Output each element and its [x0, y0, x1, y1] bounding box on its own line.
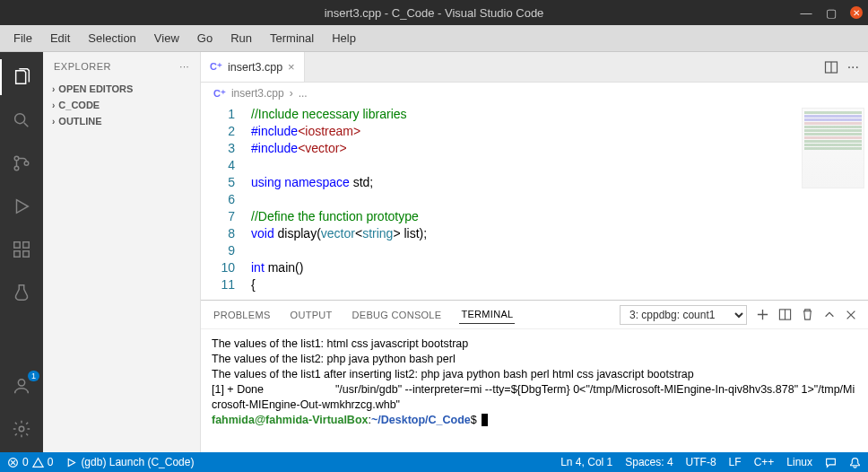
status-bell-icon[interactable] [849, 456, 861, 468]
chevron-right-icon: › [52, 117, 55, 127]
code-editor[interactable]: 1234567891011 //Include necessary librar… [201, 104, 868, 300]
tab-close-icon[interactable]: × [288, 60, 295, 74]
breadcrumb[interactable]: C⁺ insert3.cpp › ... [201, 83, 868, 104]
menu-file[interactable]: File [7, 29, 39, 48]
menu-run[interactable]: Run [224, 29, 258, 48]
source-control-icon[interactable] [0, 145, 43, 181]
sidebar-section-c_code[interactable]: › C_CODE [43, 97, 200, 113]
chevron-right-icon: › [52, 84, 55, 94]
kill-terminal-icon[interactable] [801, 308, 814, 321]
status-bar: 0 0 (gdb) Launch (C_Code) Ln 4, Col 1 Sp… [0, 452, 868, 472]
breadcrumb-tail: ... [299, 87, 308, 100]
line-gutter: 1234567891011 [201, 104, 246, 300]
minimize-icon[interactable]: — [800, 6, 812, 19]
panel-tabs: PROBLEMSOUTPUTDEBUG CONSOLETERMINAL 3: c… [201, 301, 868, 329]
panel-tab-problems[interactable]: PROBLEMS [212, 306, 273, 324]
tab-label: insert3.cpp [228, 61, 282, 74]
svg-point-9 [19, 426, 24, 432]
split-editor-icon[interactable] [824, 60, 838, 74]
breadcrumb-file: insert3.cpp [231, 87, 284, 100]
sidebar-title: EXPLORER [54, 61, 111, 72]
status-problems[interactable]: 0 0 [7, 456, 53, 468]
panel-tab-terminal[interactable]: TERMINAL [459, 305, 515, 324]
svg-rect-4 [14, 242, 20, 248]
svg-rect-6 [14, 251, 20, 257]
split-terminal-icon[interactable] [778, 308, 792, 321]
terminal-selector[interactable]: 3: cppdbg: count1 [620, 305, 747, 325]
window-controls: — ▢ ✕ [800, 6, 863, 19]
maximize-panel-icon[interactable] [823, 309, 836, 321]
extensions-icon[interactable] [0, 232, 43, 267]
menu-bar: FileEditSelectionViewGoRunTerminalHelp [0, 25, 868, 52]
new-terminal-icon[interactable] [756, 308, 769, 321]
main-area: 1 EXPLORER ··· › OPEN EDITORS› C_CODE› O… [0, 52, 868, 452]
panel-tab-debug-console[interactable]: DEBUG CONSOLE [351, 306, 444, 324]
accounts-icon[interactable]: 1 [0, 368, 43, 404]
status-lncol[interactable]: Ln 4, Col 1 [560, 456, 612, 468]
settings-gear-icon[interactable] [0, 411, 43, 447]
sidebar-more-icon[interactable]: ··· [179, 61, 189, 72]
editor-more-icon[interactable]: ··· [847, 59, 859, 75]
terminal-output[interactable]: The values of the list1: html css javasc… [201, 329, 868, 452]
explorer-icon[interactable] [0, 59, 43, 95]
svg-point-0 [15, 114, 25, 124]
status-lang[interactable]: C++ [754, 456, 775, 468]
svg-point-3 [24, 162, 29, 166]
svg-point-8 [18, 380, 24, 386]
editor-actions: ··· [824, 52, 868, 82]
sidebar-section-outline[interactable]: › OUTLINE [43, 113, 200, 129]
status-os[interactable]: Linux [786, 456, 812, 468]
close-icon[interactable]: ✕ [850, 6, 863, 19]
cpp-file-icon: C⁺ [210, 61, 222, 73]
window-titlebar: insert3.cpp - C_Code - Visual Studio Cod… [0, 0, 868, 25]
menu-terminal[interactable]: Terminal [264, 29, 320, 48]
svg-rect-7 [23, 251, 29, 257]
cpp-file-icon: C⁺ [213, 88, 226, 100]
chevron-right-icon: › [52, 101, 55, 110]
maximize-icon[interactable]: ▢ [825, 6, 838, 19]
tab-insert3[interactable]: C⁺ insert3.cpp × [201, 52, 305, 82]
minimap[interactable] [802, 108, 864, 188]
menu-help[interactable]: Help [326, 29, 362, 48]
status-spaces[interactable]: Spaces: 4 [625, 456, 673, 468]
menu-selection[interactable]: Selection [82, 29, 142, 48]
status-encoding[interactable]: UTF-8 [686, 456, 716, 468]
bottom-panel: PROBLEMSOUTPUTDEBUG CONSOLETERMINAL 3: c… [201, 300, 868, 452]
status-launch[interactable]: (gdb) Launch (C_Code) [65, 456, 194, 468]
editor-group: C⁺ insert3.cpp × ··· C⁺ insert3.cpp › ..… [201, 52, 868, 452]
accounts-badge: 1 [28, 371, 39, 381]
status-eol[interactable]: LF [729, 456, 742, 468]
menu-edit[interactable]: Edit [44, 29, 76, 48]
window-title: insert3.cpp - C_Code - Visual Studio Cod… [325, 6, 544, 20]
svg-rect-5 [23, 242, 29, 248]
svg-point-1 [14, 156, 19, 161]
panel-tab-output[interactable]: OUTPUT [289, 306, 334, 324]
sidebar-header: EXPLORER ··· [43, 52, 200, 81]
activity-bar: 1 [0, 52, 43, 452]
sidebar-section-open-editors[interactable]: › OPEN EDITORS [43, 81, 200, 97]
menu-go[interactable]: Go [191, 29, 219, 48]
search-icon[interactable] [0, 102, 43, 138]
status-feedback-icon[interactable] [825, 456, 837, 468]
svg-point-2 [14, 166, 19, 170]
testing-icon[interactable] [0, 275, 43, 310]
close-panel-icon[interactable] [845, 309, 857, 321]
explorer-sidebar: EXPLORER ··· › OPEN EDITORS› C_CODE› OUT… [43, 52, 201, 452]
editor-tabs: C⁺ insert3.cpp × ··· [201, 52, 868, 83]
menu-view[interactable]: View [148, 29, 186, 48]
panel-actions: 3: cppdbg: count1 [620, 305, 857, 325]
run-debug-icon[interactable] [0, 188, 43, 224]
code-content[interactable]: //Include necessary libraries#include<io… [246, 104, 868, 300]
chevron-right-icon: › [290, 87, 293, 100]
